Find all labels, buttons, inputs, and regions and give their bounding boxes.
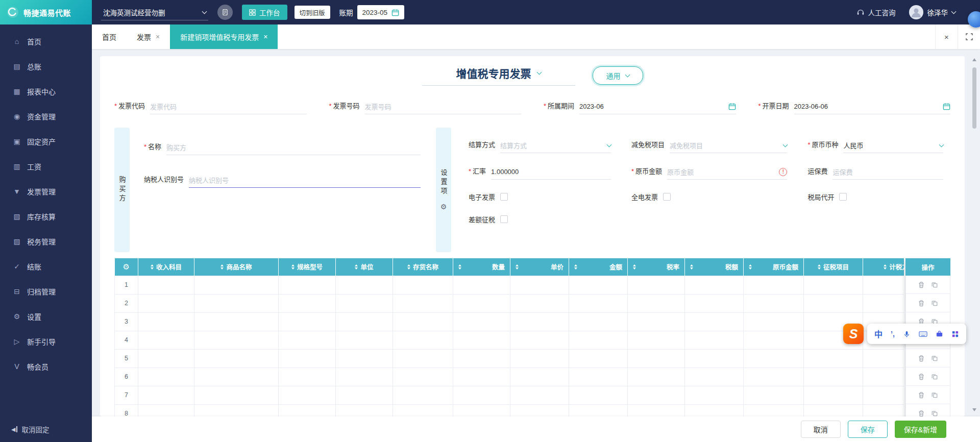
column-header-5[interactable]: 数量: [453, 258, 510, 276]
table-cell[interactable]: [628, 367, 685, 386]
table-cell[interactable]: [685, 276, 744, 294]
ime-logo-icon[interactable]: S: [843, 324, 864, 344]
sort-icon[interactable]: [818, 264, 821, 269]
fullscreen-button[interactable]: [958, 24, 980, 49]
delete-row-icon[interactable]: [918, 391, 925, 399]
table-cell[interactable]: [569, 349, 628, 367]
sort-icon[interactable]: [690, 264, 693, 269]
table-cell[interactable]: [863, 386, 904, 404]
floating-assistant-button[interactable]: [968, 11, 980, 28]
table-cell[interactable]: [453, 367, 510, 386]
table-cell[interactable]: [569, 294, 628, 312]
sort-icon[interactable]: [407, 264, 410, 269]
delete-row-icon[interactable]: [918, 410, 925, 417]
table-cell[interactable]: [194, 349, 279, 367]
table-cell[interactable]: [453, 331, 510, 349]
table-cell[interactable]: [138, 276, 194, 294]
table-cell[interactable]: [393, 386, 453, 404]
table-cell[interactable]: [510, 276, 569, 294]
ime-panel-grid-icon[interactable]: [951, 330, 959, 338]
text-input[interactable]: 1.000000: [491, 164, 611, 180]
table-cell[interactable]: [453, 349, 510, 367]
save-button[interactable]: 保存: [848, 421, 888, 438]
table-cell[interactable]: [453, 276, 510, 294]
buyer-taxid-input[interactable]: 纳税人识别号: [189, 173, 421, 188]
switch-old-version-button[interactable]: 切到旧版: [295, 6, 330, 19]
date-input[interactable]: 2023-06: [579, 99, 736, 114]
table-cell[interactable]: [628, 276, 685, 294]
calendar-icon[interactable]: [943, 103, 950, 110]
text-input[interactable]: 发票代码: [150, 99, 306, 114]
workbench-button[interactable]: 工作台: [242, 5, 287, 20]
vertical-scrollbar[interactable]: [971, 58, 977, 411]
table-cell[interactable]: [863, 404, 904, 416]
table-cell[interactable]: [569, 367, 628, 386]
column-header-11[interactable]: 征税项目: [804, 258, 863, 276]
table-cell[interactable]: [685, 312, 744, 331]
column-header-3[interactable]: 单位: [336, 258, 393, 276]
table-cell[interactable]: [336, 349, 393, 367]
close-tab-button[interactable]: ×: [935, 24, 958, 49]
sort-icon[interactable]: [884, 264, 887, 269]
sidebar-item-3[interactable]: ◉资金管理: [0, 104, 92, 129]
sidebar-item-12[interactable]: ▷新手引导: [0, 329, 92, 354]
table-cell[interactable]: [628, 349, 685, 367]
table-cell[interactable]: [393, 276, 453, 294]
table-cell[interactable]: [569, 386, 628, 404]
select-input[interactable]: 结算方式: [500, 138, 611, 153]
ime-mode-toggle[interactable]: 中: [874, 328, 883, 340]
sidebar-item-10[interactable]: ⊟归档管理: [0, 279, 92, 304]
table-cell[interactable]: [279, 404, 336, 416]
column-header-10[interactable]: 原币金额: [744, 258, 804, 276]
table-cell[interactable]: [138, 367, 194, 386]
copy-row-icon[interactable]: [931, 373, 938, 380]
sort-icon[interactable]: [151, 264, 154, 269]
sort-icon[interactable]: [458, 264, 461, 269]
sort-icon[interactable]: [574, 264, 577, 269]
delete-row-icon[interactable]: [918, 281, 925, 288]
table-cell[interactable]: [685, 404, 744, 416]
table-cell[interactable]: [804, 367, 863, 386]
table-cell[interactable]: [510, 349, 569, 367]
table-cell[interactable]: [744, 294, 804, 312]
table-cell[interactable]: [279, 331, 336, 349]
sidebar-item-6[interactable]: ▼发票管理: [0, 179, 92, 204]
microphone-icon[interactable]: [903, 330, 911, 338]
table-cell[interactable]: [138, 349, 194, 367]
table-cell[interactable]: [138, 294, 194, 312]
table-cell[interactable]: [744, 349, 804, 367]
table-cell[interactable]: [628, 294, 685, 312]
date-input[interactable]: 2023-06-06: [794, 99, 950, 114]
unpin-sidebar-button[interactable]: ◀ 取消固定: [0, 416, 92, 442]
gear-icon[interactable]: ⚙: [440, 203, 447, 211]
table-cell[interactable]: [194, 331, 279, 349]
delete-row-icon[interactable]: [918, 373, 925, 380]
sidebar-item-8[interactable]: ▨税务管理: [0, 229, 92, 254]
table-cell[interactable]: [744, 404, 804, 416]
table-cell[interactable]: [804, 404, 863, 416]
table-cell[interactable]: [628, 312, 685, 331]
tab-1[interactable]: 发票×: [127, 24, 170, 49]
cancel-button[interactable]: 取消: [801, 421, 841, 438]
table-cell[interactable]: [804, 294, 863, 312]
table-cell[interactable]: [336, 312, 393, 331]
table-cell[interactable]: [863, 294, 904, 312]
checkbox[interactable]: [500, 193, 508, 201]
table-cell[interactable]: [510, 386, 569, 404]
table-cell[interactable]: [744, 331, 804, 349]
invoice-type-select[interactable]: 增值税专用发票: [422, 65, 575, 86]
table-cell[interactable]: [279, 367, 336, 386]
general-mode-button[interactable]: 通用: [593, 66, 643, 85]
keyboard-icon[interactable]: [919, 330, 927, 338]
buyer-name-input[interactable]: 购买方: [166, 140, 421, 155]
table-cell[interactable]: [685, 331, 744, 349]
delete-row-icon[interactable]: [918, 355, 925, 362]
table-cell[interactable]: [336, 404, 393, 416]
table-cell[interactable]: [453, 386, 510, 404]
checkbox[interactable]: [500, 215, 508, 223]
copy-row-icon[interactable]: [931, 410, 938, 417]
table-cell[interactable]: [453, 312, 510, 331]
settings-strip[interactable]: 设置项 ⚙: [436, 128, 451, 252]
copy-row-icon[interactable]: [931, 355, 938, 362]
tab-2[interactable]: 新建销项增值税专用发票×: [170, 24, 278, 49]
